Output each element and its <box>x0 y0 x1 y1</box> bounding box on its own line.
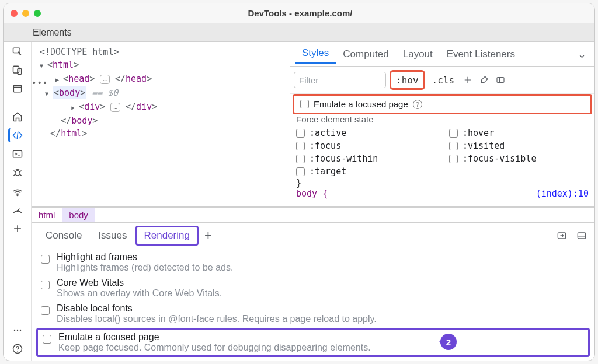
expand-drawer-icon[interactable] <box>555 229 569 243</box>
core-web-vitals-checkbox[interactable] <box>41 281 50 289</box>
state-focus-visible-checkbox[interactable] <box>449 155 458 163</box>
inspect-icon[interactable] <box>9 44 26 58</box>
emulate-focused-label: Emulate a focused page <box>314 99 408 109</box>
gutter-more-icon[interactable]: ••• <box>32 78 48 88</box>
emulate-focused-page-title: Emulate a focused page <box>58 332 371 342</box>
svg-point-10 <box>19 330 21 331</box>
state-target-label: :target <box>310 166 346 177</box>
html-open-tag[interactable]: html <box>53 60 74 70</box>
drawer-tab-issues[interactable]: Issues <box>90 226 135 245</box>
svg-point-5 <box>15 171 19 176</box>
window-title: DevTools - example.com/ <box>13 8 587 18</box>
svg-rect-2 <box>18 69 22 75</box>
toggle-sidebar-icon[interactable] <box>494 74 507 86</box>
dock-drawer-icon[interactable] <box>575 229 589 243</box>
body-close-tag[interactable]: body <box>71 116 92 126</box>
chevron-down-icon[interactable]: ⌄ <box>574 48 590 61</box>
force-state-grid: :active :hover :focus :visited :focus-wi… <box>290 127 594 178</box>
html-close-tag[interactable]: html <box>61 128 82 139</box>
disable-local-fonts-desc: Disables local() sources in @font-face r… <box>57 314 377 324</box>
doctype-node[interactable]: <!DOCTYPE html> <box>40 47 119 57</box>
state-visited-checkbox[interactable] <box>449 142 458 150</box>
add-icon[interactable] <box>9 222 26 236</box>
more-icon[interactable] <box>9 323 26 337</box>
drawer-tab-rendering[interactable]: Rendering <box>135 226 199 246</box>
emulate-focused-checkbox[interactable] <box>300 100 309 108</box>
console-icon[interactable] <box>9 147 26 161</box>
help-icon[interactable]: ? <box>413 100 422 109</box>
tab-styles[interactable]: Styles <box>295 44 336 64</box>
styles-filter-input[interactable] <box>294 72 386 88</box>
tab-elements[interactable]: Elements <box>33 27 72 38</box>
state-active-checkbox[interactable] <box>296 129 305 138</box>
collapsed-dots-icon[interactable]: … <box>110 103 120 112</box>
dom-breadcrumbs: html body <box>32 207 594 222</box>
performance-icon[interactable] <box>9 203 26 217</box>
emulate-focused-page-desc: Keep page focused. Commonly used for deb… <box>58 342 371 353</box>
svg-rect-1 <box>13 66 19 73</box>
svg-rect-15 <box>578 233 585 239</box>
state-focus-visible-label: :focus-visible <box>463 153 536 164</box>
titlebar: DevTools - example.com/ <box>4 4 594 23</box>
dom-tree[interactable]: ••• <!DOCTYPE html> ▼<html> ▶<head> … </… <box>32 42 290 206</box>
tab-event-listeners[interactable]: Event Listeners <box>440 45 522 64</box>
home-icon[interactable] <box>9 110 26 124</box>
devtools-window: DevTools - example.com/ Elements <box>3 3 595 361</box>
styles-panel: Styles Computed Layout Event Listeners ⌄… <box>290 42 594 206</box>
state-hover-label: :hover <box>463 128 494 138</box>
crumb-body[interactable]: body <box>62 208 95 222</box>
svg-point-6 <box>17 195 18 196</box>
drawer-add-tab-icon[interactable]: + <box>199 228 218 243</box>
head-tag[interactable]: head <box>68 74 89 84</box>
device-icon[interactable] <box>9 63 26 77</box>
state-focus-checkbox[interactable] <box>296 142 305 150</box>
network-icon[interactable] <box>9 184 26 198</box>
new-style-rule-icon[interactable] <box>461 74 474 86</box>
core-web-vitals-desc: Shows an overlay with Core Web Vitals. <box>57 288 222 299</box>
window-icon[interactable] <box>9 82 26 96</box>
svg-rect-4 <box>13 150 22 158</box>
disable-local-fonts-checkbox[interactable] <box>41 306 50 315</box>
emulate-focused-page-checkbox[interactable] <box>43 335 51 344</box>
core-web-vitals-title: Core Web Vitals <box>57 278 222 288</box>
left-sidebar <box>4 42 32 360</box>
highlight-ad-frames-title: Highlight ad frames <box>57 252 233 262</box>
svg-rect-3 <box>13 85 21 92</box>
callout-2: 2 <box>440 334 457 350</box>
cls-toggle-button[interactable]: .cls <box>429 74 458 87</box>
tab-layout[interactable]: Layout <box>396 45 440 64</box>
state-visited-label: :visited <box>463 141 505 151</box>
paintbrush-icon[interactable] <box>478 74 491 86</box>
hov-toggle-button[interactable]: :hov <box>390 70 425 90</box>
state-focus-within-checkbox[interactable] <box>296 155 305 163</box>
state-target-checkbox[interactable] <box>296 167 305 176</box>
rendering-panel: Highlight ad frames Highlights frames (r… <box>32 249 594 360</box>
svg-point-12 <box>17 351 18 352</box>
crumb-html[interactable]: html <box>32 208 62 222</box>
highlight-ad-frames-checkbox[interactable] <box>41 255 50 264</box>
css-brace: } <box>290 178 594 188</box>
state-focus-label: :focus <box>310 141 341 151</box>
drawer: Console Issues Rendering + Highlight ad … <box>32 222 594 360</box>
help-icon[interactable] <box>9 342 26 356</box>
selected-node-ref: == $0 <box>86 88 118 98</box>
highlight-ad-frames-desc: Highlights frames (red) detected to be a… <box>57 262 233 273</box>
state-active-label: :active <box>310 128 346 138</box>
state-focus-within-label: :focus-within <box>310 153 378 164</box>
div-tag[interactable]: div <box>84 102 100 112</box>
svg-point-9 <box>16 330 18 331</box>
drawer-tab-console[interactable]: Console <box>37 226 90 245</box>
body-tag-selected[interactable]: body <box>59 88 80 98</box>
svg-rect-0 <box>13 48 20 52</box>
bug-icon[interactable] <box>9 166 26 180</box>
state-hover-checkbox[interactable] <box>449 129 458 138</box>
collapsed-dots-icon[interactable]: … <box>100 75 110 84</box>
disable-local-fonts-title: Disable local fonts <box>57 303 377 314</box>
css-rule-source[interactable]: (index):10 <box>536 188 589 199</box>
tab-computed[interactable]: Computed <box>336 45 395 64</box>
svg-rect-13 <box>497 78 504 83</box>
css-rule-selector[interactable]: body { <box>296 188 328 199</box>
emulate-focused-row: Emulate a focused page ? <box>293 94 592 114</box>
elements-icon[interactable] <box>8 128 25 142</box>
svg-point-8 <box>13 330 15 331</box>
